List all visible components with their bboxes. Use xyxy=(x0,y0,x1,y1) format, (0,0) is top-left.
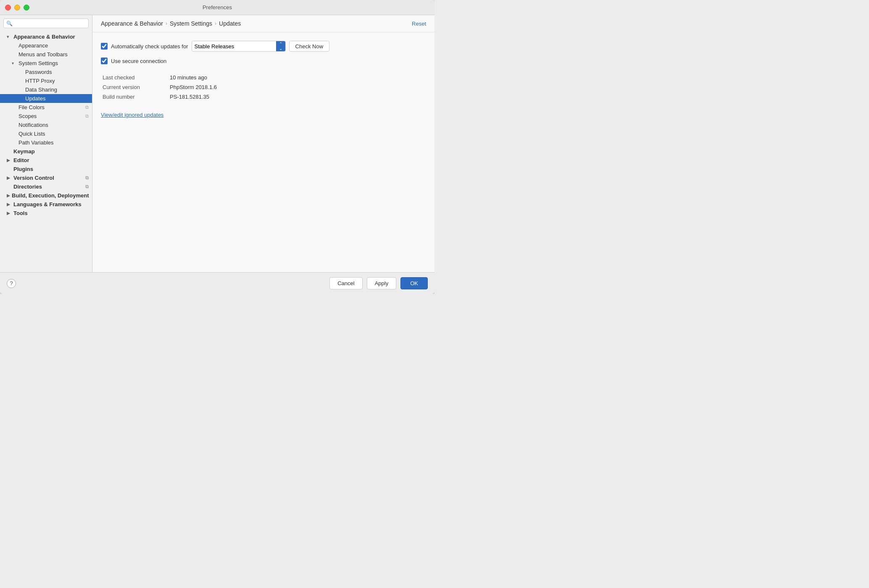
releases-dropdown-wrapper[interactable]: Stable Releases Early Access Program All… xyxy=(192,41,286,52)
bottom-buttons: Cancel Apply OK xyxy=(329,277,428,289)
sidebar-item-updates[interactable]: Updates xyxy=(0,94,92,103)
sidebar-item-appearance[interactable]: Appearance xyxy=(0,41,92,50)
sidebar-item-file-colors[interactable]: File Colors ⧉ xyxy=(0,103,92,112)
traffic-lights xyxy=(5,5,29,10)
info-table: Last checked 10 minutes ago Current vers… xyxy=(103,74,426,100)
maximize-button[interactable] xyxy=(24,5,29,10)
expand-arrow: ▶ xyxy=(7,211,12,215)
breadcrumb-bar: Appearance & Behavior › System Settings … xyxy=(92,15,434,32)
sidebar-item-build-exec-deploy[interactable]: ▶ Build, Execution, Deployment xyxy=(0,191,92,200)
auto-check-row: Automatically check updates for Stable R… xyxy=(101,41,426,52)
dropdown-arrow-icon: ⌃⌄ xyxy=(276,41,285,51)
minimize-button[interactable] xyxy=(14,5,20,10)
build-number-value: PS-181.5281.35 xyxy=(170,94,209,100)
sidebar-item-scopes[interactable]: Scopes ⧉ xyxy=(0,112,92,121)
breadcrumb-system-settings[interactable]: System Settings xyxy=(170,20,212,27)
info-row-last-checked: Last checked 10 minutes ago xyxy=(103,74,426,81)
cancel-button[interactable]: Cancel xyxy=(329,277,362,289)
settings-body: Automatically check updates for Stable R… xyxy=(92,32,434,272)
sidebar-item-system-settings[interactable]: ▾ System Settings xyxy=(0,59,92,68)
expand-arrow: ▶ xyxy=(7,193,10,198)
window-title: Preferences xyxy=(203,4,232,10)
sidebar-item-keymap[interactable]: Keymap xyxy=(0,147,92,156)
info-row-build-number: Build number PS-181.5281.35 xyxy=(103,94,426,100)
breadcrumb-separator-2: › xyxy=(215,21,216,26)
sidebar-item-passwords[interactable]: Passwords xyxy=(0,68,92,76)
preferences-window: Preferences 🔍 ▾ Appearance & Behavior Ap… xyxy=(0,0,434,294)
sidebar: 🔍 ▾ Appearance & Behavior Appearance Men… xyxy=(0,15,92,272)
current-version-label: Current version xyxy=(103,84,170,90)
check-now-button[interactable]: Check Now xyxy=(289,41,329,52)
secure-connection-checkbox[interactable] xyxy=(101,58,108,64)
apply-button[interactable]: Apply xyxy=(367,277,397,289)
copy-icon: ⧉ xyxy=(85,184,89,189)
search-input[interactable] xyxy=(14,20,86,26)
secure-connection-row: Use secure connection xyxy=(101,58,426,64)
expand-arrow: ▶ xyxy=(7,158,12,163)
content-area: Appearance & Behavior › System Settings … xyxy=(92,15,434,272)
sidebar-item-http-proxy[interactable]: HTTP Proxy xyxy=(0,76,92,85)
breadcrumb-updates: Updates xyxy=(219,20,241,27)
auto-check-label: Automatically check updates for xyxy=(111,43,188,50)
sidebar-item-appearance-behavior[interactable]: ▾ Appearance & Behavior xyxy=(0,32,92,41)
expand-arrow: ▶ xyxy=(7,176,12,180)
sidebar-item-version-control[interactable]: ▶ Version Control ⧉ xyxy=(0,173,92,182)
info-row-current-version: Current version PhpStorm 2018.1.6 xyxy=(103,84,426,90)
sidebar-tree: ▾ Appearance & Behavior Appearance Menus… xyxy=(0,32,92,272)
reset-button[interactable]: Reset xyxy=(412,21,426,27)
view-edit-ignored-link[interactable]: View/edit ignored updates xyxy=(101,112,163,118)
breadcrumb: Appearance & Behavior › System Settings … xyxy=(101,20,241,27)
sidebar-item-notifications[interactable]: Notifications xyxy=(0,121,92,129)
secure-connection-label: Use secure connection xyxy=(111,58,166,64)
breadcrumb-appearance-behavior[interactable]: Appearance & Behavior xyxy=(101,20,163,27)
sidebar-item-editor[interactable]: ▶ Editor xyxy=(0,156,92,165)
search-icon: 🔍 xyxy=(6,21,13,26)
collapse-arrow: ▾ xyxy=(12,61,17,66)
sidebar-item-plugins[interactable]: Plugins xyxy=(0,165,92,173)
copy-icon: ⧉ xyxy=(85,175,89,181)
sidebar-item-tools[interactable]: ▶ Tools xyxy=(0,209,92,218)
auto-check-checkbox[interactable] xyxy=(101,43,108,50)
sidebar-item-quick-lists[interactable]: Quick Lists xyxy=(0,129,92,138)
sidebar-item-languages-frameworks[interactable]: ▶ Languages & Frameworks xyxy=(0,200,92,209)
current-version-value: PhpStorm 2018.1.6 xyxy=(170,84,217,90)
last-checked-label: Last checked xyxy=(103,74,170,81)
close-button[interactable] xyxy=(5,5,11,10)
sidebar-item-menus-toolbars[interactable]: Menus and Toolbars xyxy=(0,50,92,59)
sidebar-item-directories[interactable]: Directories ⧉ xyxy=(0,182,92,191)
build-number-label: Build number xyxy=(103,94,170,100)
ok-button[interactable]: OK xyxy=(400,277,428,289)
bottom-bar: ? Cancel Apply OK xyxy=(0,272,434,294)
releases-dropdown[interactable]: Stable Releases Early Access Program All… xyxy=(192,43,276,50)
collapse-arrow: ▾ xyxy=(7,34,12,39)
sidebar-item-path-variables[interactable]: Path Variables xyxy=(0,138,92,147)
sidebar-item-data-sharing[interactable]: Data Sharing xyxy=(0,85,92,94)
copy-icon: ⧉ xyxy=(85,113,89,119)
main-content: 🔍 ▾ Appearance & Behavior Appearance Men… xyxy=(0,15,434,272)
expand-arrow: ▶ xyxy=(7,202,12,207)
copy-icon: ⧉ xyxy=(85,105,89,110)
titlebar: Preferences xyxy=(0,0,434,15)
help-button[interactable]: ? xyxy=(7,279,16,288)
search-box[interactable]: 🔍 xyxy=(3,18,89,28)
last-checked-value: 10 minutes ago xyxy=(170,74,207,81)
breadcrumb-separator-1: › xyxy=(166,21,167,26)
